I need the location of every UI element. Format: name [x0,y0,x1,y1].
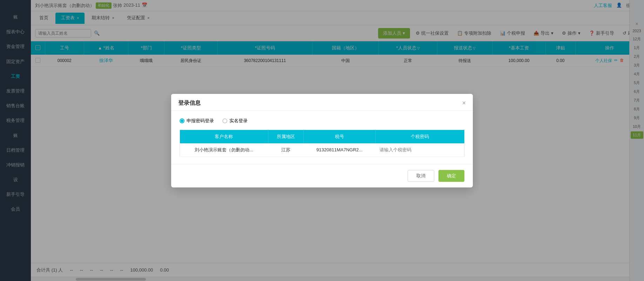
client-password-cell[interactable] [375,143,464,157]
client-row: 刘小艳演示账套（勿删勿动... 江苏 91320811MA7NGR2... [180,143,464,157]
dialog-footer: 取消 确定 [171,164,473,187]
client-table: 客户名称 所属地区 税号 个税密码 刘小艳演示账套（勿删勿动... 江苏 913… [180,130,464,157]
client-region-cell: 江苏 [268,143,303,157]
radio-password-login[interactable]: 申报密码登录 [180,118,214,124]
dialog-title: 登录信息 [178,100,201,107]
client-name-cell: 刘小艳演示账套（勿删勿动... [180,143,268,157]
login-method-group: 申报密码登录 实名登录 [180,118,464,124]
cancel-button[interactable]: 取消 [408,170,434,182]
col-tax-no: 税号 [304,130,376,143]
confirm-button[interactable]: 确定 [438,170,464,182]
radio-password-circle [180,118,185,123]
col-region: 所属地区 [268,130,303,143]
radio-realname-circle [222,118,227,123]
dialog-body: 申报密码登录 实名登录 客户名称 所属地区 税号 个税密码 [171,111,473,164]
col-tax-password: 个税密码 [375,130,464,143]
login-dialog: 登录信息 × 申报密码登录 实名登录 客户名称 所属地区 [171,94,473,187]
dialog-close-button[interactable]: × [462,100,466,106]
dialog-overlay[interactable]: 登录信息 × 申报密码登录 实名登录 客户名称 所属地区 [0,0,644,281]
tax-password-input[interactable] [380,147,460,152]
client-tax-no-cell: 91320811MA7NGR2... [304,143,376,157]
dialog-header: 登录信息 × [171,94,473,111]
col-client-name: 客户名称 [180,130,268,143]
radio-realname-login[interactable]: 实名登录 [222,118,248,124]
